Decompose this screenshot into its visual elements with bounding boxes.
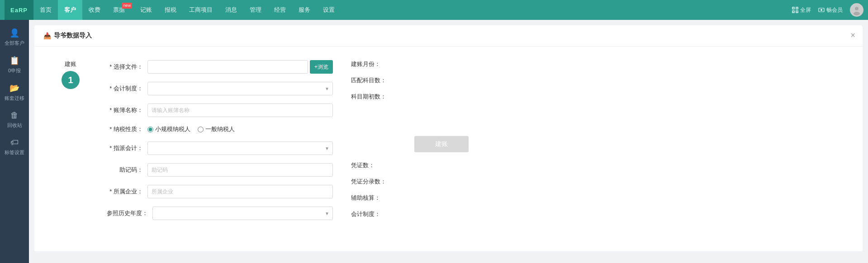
accountant-select-wrapper: ▼ — [147, 141, 333, 155]
ledger-name-row: * 账簿名称： — [107, 103, 333, 117]
vip-btn[interactable]: 畅会员 — [818, 6, 843, 14]
nav-bills[interactable]: 票据 new — [107, 0, 134, 20]
navbar-right: 全屏 畅会员 — [792, 3, 863, 17]
ledger-name-label: * 账簿名称： — [107, 106, 147, 114]
svg-rect-2 — [792, 11, 794, 13]
layout: 👤 全部客户 📋 0申报 📂 账套迁移 🗑 回收站 🏷 标签设置 📥 导爷数据导… — [0, 20, 868, 263]
voucher-count-row: 凭证数： — [351, 161, 532, 169]
company-input[interactable] — [147, 185, 333, 198]
vip-icon — [818, 7, 825, 13]
tax-option2-label[interactable]: 一般纳税人 — [198, 125, 235, 133]
tax-option1-text: 小规模纳税人 — [155, 125, 190, 133]
accounting-system-row: * 会计制度： ▼ — [107, 82, 333, 95]
accounting-system-label: * 会计制度： — [107, 85, 147, 93]
file-input[interactable] — [147, 60, 308, 74]
init-balance-label: 科目期初数： — [351, 93, 392, 101]
recycle-icon: 🗑 — [10, 111, 19, 120]
svg-point-5 — [821, 9, 822, 11]
voucher-count-label: 凭证数： — [351, 161, 392, 169]
logo: EaRP — [5, 0, 33, 22]
form-area: 建账 1 * 选择文件： +浏览 * 会计制度： — [34, 47, 863, 242]
tax-option2-radio[interactable] — [198, 127, 204, 132]
right-accounting-system-label: 会计制度： — [351, 210, 392, 218]
accountant-label: * 指派会计： — [107, 144, 147, 152]
history-year-select-wrapper: ▼ — [152, 207, 333, 220]
nav-services[interactable]: 服务 — [292, 0, 317, 20]
accountant-row: * 指派会计： ▼ — [107, 141, 333, 155]
accountant-select[interactable] — [147, 141, 333, 155]
svg-rect-3 — [796, 11, 798, 13]
tax-option1-radio[interactable] — [147, 127, 153, 132]
tax-option2-text: 一般纳税人 — [205, 125, 235, 133]
nav-clients[interactable]: 客户 — [58, 0, 82, 20]
close-button[interactable]: × — [850, 31, 855, 40]
sidebar-item-tags[interactable]: 🏷 标签设置 — [0, 134, 29, 160]
build-month-label: 建账月份： — [351, 60, 392, 68]
ledger-name-input[interactable] — [147, 103, 333, 117]
nav-settings[interactable]: 设置 — [317, 0, 341, 20]
form-left: * 选择文件： +浏览 * 会计制度： ▼ — [107, 60, 333, 228]
step-label: 建账 — [65, 60, 76, 68]
nav-tax[interactable]: 报税 — [158, 0, 183, 20]
company-label: * 所属企业： — [107, 188, 147, 196]
aux-accounting-label: 辅助核算： — [351, 194, 392, 202]
nav-home[interactable]: 首页 — [33, 0, 58, 20]
migrate-icon: 📂 — [9, 83, 19, 93]
accounting-system-select-wrapper: ▼ — [147, 82, 333, 95]
sidebar-item-all-clients[interactable]: 👤 全部客户 — [0, 24, 29, 50]
tags-icon: 🏷 — [10, 138, 19, 147]
nav-bookkeeping[interactable]: 记账 — [134, 0, 158, 20]
voucher-entries-row: 凭证分录数： — [351, 178, 532, 186]
card-header: 📥 导爷数据导入 × — [34, 25, 863, 47]
nav-messages[interactable]: 消息 — [219, 0, 243, 20]
sidebar: 👤 全部客户 📋 0申报 📂 账套迁移 🗑 回收站 🏷 标签设置 — [0, 20, 29, 263]
assistant-code-label: 助记码： — [107, 166, 147, 174]
aux-accounting-row: 辅助核算： — [351, 194, 532, 202]
all-clients-icon: 👤 — [9, 28, 19, 38]
zero-declare-icon: 📋 — [9, 56, 19, 66]
accounting-system-select[interactable] — [147, 82, 333, 95]
select-file-label: * 选择文件： — [107, 63, 147, 71]
svg-rect-1 — [796, 7, 798, 9]
match-subjects-row: 匹配科目数： — [351, 76, 532, 85]
fullscreen-btn[interactable]: 全屏 — [792, 6, 811, 14]
file-input-group: +浏览 — [147, 60, 333, 74]
history-year-label: 参照历史年度： — [107, 209, 152, 217]
company-row: * 所属企业： — [107, 185, 333, 198]
tax-type-radio-group: 小规模纳税人 一般纳税人 — [147, 125, 333, 133]
browse-button[interactable]: +浏览 — [310, 60, 333, 74]
match-subjects-label: 匹配科目数： — [351, 76, 392, 85]
tax-option1-label[interactable]: 小规模纳税人 — [147, 125, 190, 133]
new-badge: new — [122, 3, 132, 9]
nav-manage[interactable]: 管理 — [243, 0, 268, 20]
nav-operations[interactable]: 经营 — [268, 0, 292, 20]
navbar: EaRP 首页 客户 收费 票据 new 记账 报税 工商项目 消息 管理 经营… — [0, 0, 868, 20]
svg-point-6 — [855, 7, 859, 10]
build-month-row: 建账月份： — [351, 60, 532, 68]
nav-fees[interactable]: 收费 — [82, 0, 107, 20]
nav-business[interactable]: 工商项目 — [183, 0, 219, 20]
voucher-entries-label: 凭证分录数： — [351, 178, 392, 186]
modal-card: 📥 导爷数据导入 × 建账 1 * 选择文件： — [34, 25, 863, 251]
build-account-button[interactable]: 建账 — [414, 136, 469, 152]
modal-title: 导爷数据导入 — [54, 32, 92, 40]
import-icon: 📥 — [43, 32, 51, 39]
svg-rect-0 — [792, 7, 794, 9]
assistant-code-row: 助记码： — [107, 163, 333, 177]
step-circle: 1 — [62, 71, 80, 89]
sidebar-item-zero-declare[interactable]: 📋 0申报 — [0, 52, 29, 78]
history-year-select[interactable] — [152, 207, 333, 220]
tax-type-label: * 纳税性质： — [107, 125, 147, 133]
history-year-row: 参照历史年度： ▼ — [107, 207, 333, 220]
avatar-icon — [851, 5, 862, 15]
right-accounting-system-row: 会计制度： — [351, 210, 532, 218]
svg-point-7 — [854, 12, 860, 15]
sidebar-item-migrate[interactable]: 📂 账套迁移 — [0, 80, 29, 105]
avatar[interactable] — [850, 3, 863, 17]
fullscreen-icon — [792, 7, 798, 13]
main-content: 📥 导爷数据导入 × 建账 1 * 选择文件： — [29, 20, 868, 263]
assistant-code-input[interactable] — [147, 163, 333, 177]
step-section: 建账 1 — [52, 60, 89, 228]
select-file-row: * 选择文件： +浏览 — [107, 60, 333, 74]
sidebar-item-recycle[interactable]: 🗑 回收站 — [0, 107, 29, 132]
